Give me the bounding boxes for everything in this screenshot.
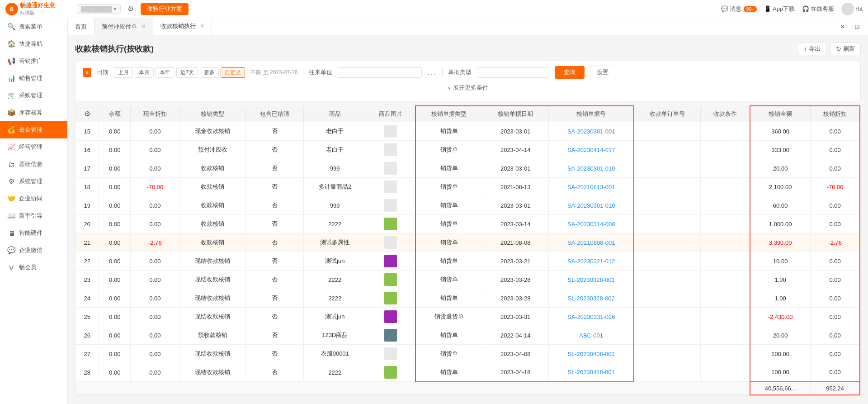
- sidebar-label-finance: 资金管理: [19, 126, 42, 134]
- export-button[interactable]: ↑ 导出: [798, 43, 826, 55]
- app-download-item[interactable]: 📱 App下载: [764, 5, 795, 13]
- table-row: 22 0.00 0.00 现结收款核销 否 测试jun 销货单 2023-03-…: [75, 252, 860, 271]
- sidebar-item-purchase[interactable]: 🛒 采购管理: [0, 87, 67, 104]
- cell-verify-bill-type: 销货单: [415, 233, 482, 252]
- verify-bill-no-link[interactable]: SA-20210808-001: [567, 239, 615, 246]
- table-row: 24 0.00 0.00 现结收款核销 否 2222 销货单 2023-03-2…: [75, 289, 860, 308]
- verify-bill-no-link[interactable]: SL-20230328-001: [568, 276, 615, 283]
- verify-bill-no-link[interactable]: SL-20230328-002: [568, 295, 615, 302]
- expand-conditions-btn[interactable]: ∨ 展开更多条件: [444, 82, 492, 94]
- gear-button[interactable]: ⚙: [124, 3, 137, 15]
- date-btn-this-month[interactable]: 本月: [135, 67, 154, 78]
- logo: 6 畅捷通好生意 标准版: [5, 1, 73, 16]
- online-service-item[interactable]: 🎧 在线客服: [802, 5, 834, 13]
- verify-bill-no-link[interactable]: SL-20230408-001: [568, 351, 615, 357]
- settings-button[interactable]: 设置: [590, 66, 615, 79]
- tab-home[interactable]: 首页: [68, 18, 94, 35]
- cooperation-icon: 🤝: [7, 195, 15, 203]
- sidebar-item-system[interactable]: ⚙ 系统管理: [0, 173, 67, 190]
- tab-verify[interactable]: 收款核销执行 ✕: [153, 18, 212, 35]
- date-btn-custom[interactable]: 自定义: [221, 67, 245, 78]
- verify-bill-no-link[interactable]: SA-20210813-001: [567, 184, 615, 190]
- verify-bill-no-link[interactable]: ABC-001: [579, 332, 603, 339]
- sidebar-item-sales[interactable]: 📊 销售管理: [0, 70, 67, 87]
- tab-close-window-btn[interactable]: ✕: [837, 21, 848, 32]
- sidebar-item-guide[interactable]: 📖 新手引导: [0, 207, 67, 224]
- cell-balance: 0.00: [99, 326, 131, 345]
- cell-include-settled: 否: [246, 252, 304, 271]
- cell-receipt-order-no: [634, 363, 701, 382]
- th-settings[interactable]: ⚙: [75, 106, 99, 122]
- verify-bill-no-link[interactable]: SA-20230321-012: [567, 258, 615, 265]
- app-sub: 标准版: [20, 10, 55, 16]
- tab-maximize-btn[interactable]: ⊡: [852, 21, 863, 32]
- cell-verify-bill-no[interactable]: SL-20230418-001: [549, 363, 634, 382]
- cell-verify-bill-no[interactable]: SA-20210808-001: [549, 233, 634, 252]
- tab-prepaid[interactable]: 预付冲应付单 ✕: [94, 18, 153, 35]
- date-btn-7days[interactable]: 近7天: [176, 67, 198, 78]
- sidebar-item-member[interactable]: V 畅会员: [0, 259, 67, 276]
- sidebar-item-wechat[interactable]: 💬 企业微信: [0, 242, 67, 259]
- filter-divider2: [442, 68, 443, 77]
- date-btn-last-month[interactable]: 上月: [114, 67, 133, 78]
- cell-cash-discount: 0.00: [131, 141, 179, 159]
- cell-receipt-condition: [701, 363, 750, 382]
- sidebar-item-operations[interactable]: 📈 经营管理: [0, 138, 67, 156]
- verify-bill-no-link[interactable]: SA-20230301-001: [567, 128, 615, 135]
- cell-verify-bill-no[interactable]: SA-20230301-010: [549, 196, 634, 215]
- cell-verify-bill-date: 2023-04-14: [482, 141, 549, 159]
- cell-verify-bill-no[interactable]: SA-20230321-012: [549, 252, 634, 271]
- company-selector[interactable]: ████████ ▾: [77, 4, 121, 14]
- sidebar-item-basic-info[interactable]: 🗂 基础信息: [0, 156, 67, 173]
- cell-verify-bill-no[interactable]: SA-20230301-010: [549, 159, 634, 178]
- verify-bill-no-link[interactable]: SA-20230301-010: [567, 202, 615, 209]
- sidebar-item-hardware[interactable]: 🖥 智能硬件: [0, 224, 67, 242]
- cell-verify-bill-no[interactable]: SA-20230414-017: [549, 141, 634, 159]
- cell-receipt-order-no: [634, 141, 701, 159]
- purchase-icon: 🛒: [7, 91, 15, 100]
- sidebar-item-cooperation[interactable]: 🤝 企业协同: [0, 190, 67, 207]
- verify-bill-no-link[interactable]: SL-20230418-001: [568, 369, 615, 375]
- sidebar-item-inventory[interactable]: 📦 库存核算: [0, 104, 67, 121]
- app-name: 畅捷通好生意: [20, 1, 55, 10]
- filter-expand-arrow[interactable]: »: [83, 68, 91, 77]
- query-button[interactable]: 查询: [555, 66, 585, 79]
- main-layout: 🔍 搜索菜单 🏠 快捷导航 📢 营销推广 📊 销售管理 🛒 采购管理 📦 库存核…: [0, 18, 868, 404]
- filter-bill-type-select[interactable]: [477, 67, 549, 78]
- date-btn-this-year[interactable]: 本年: [156, 67, 175, 78]
- cell-goods: 测试多属性: [304, 233, 366, 252]
- verify-bill-no-link[interactable]: SA-20230301-010: [567, 165, 615, 172]
- cell-verify-bill-no[interactable]: SL-20230328-002: [549, 289, 634, 308]
- sidebar-item-finance[interactable]: 💰 资金管理: [0, 121, 67, 138]
- cell-receipt-order-no: [634, 196, 701, 215]
- sidebar: 🔍 搜索菜单 🏠 快捷导航 📢 营销推广 📊 销售管理 🛒 采购管理 📦 库存核…: [0, 18, 68, 404]
- message-item[interactable]: 💬 消息 99+: [721, 5, 757, 13]
- cell-verify-amount: 100.00: [750, 345, 811, 363]
- tab-prepaid-close[interactable]: ✕: [142, 24, 146, 29]
- sidebar-item-marketing[interactable]: 📢 营销推广: [0, 52, 67, 70]
- cell-verify-bill-no[interactable]: SA-20230301-001: [549, 122, 634, 141]
- cell-verify-bill-no[interactable]: ABC-001: [549, 326, 634, 345]
- verify-bill-no-link[interactable]: SA-20230414-017: [567, 147, 615, 153]
- sidebar-item-nav[interactable]: 🏠 快捷导航: [0, 35, 67, 52]
- verify-bill-no-link[interactable]: SA-20230331-026: [567, 314, 615, 320]
- cell-balance: 0.00: [99, 345, 131, 363]
- trial-button[interactable]: 体验行业方案: [141, 3, 189, 15]
- hardware-icon: 🖥: [7, 229, 15, 237]
- cell-verify-bill-no[interactable]: SA-20230331-026: [549, 308, 634, 326]
- user-item[interactable]: Rit: [841, 3, 863, 15]
- cell-verify-bill-no[interactable]: SA-20230314-008: [549, 215, 634, 233]
- total-verify-discount: 952.24: [811, 382, 860, 395]
- cell-balance: 0.00: [99, 289, 131, 308]
- tab-verify-close[interactable]: ✕: [200, 23, 204, 29]
- refresh-button[interactable]: ↻ 刷新: [830, 43, 861, 55]
- cell-verify-bill-no[interactable]: SL-20230328-001: [549, 271, 634, 289]
- cell-verify-bill-no[interactable]: SA-20210813-001: [549, 178, 634, 196]
- filter-source-input[interactable]: [338, 67, 422, 78]
- sidebar-item-search[interactable]: 🔍 搜索菜单: [0, 18, 67, 35]
- cell-receipt-order-no: [634, 159, 701, 178]
- cell-balance: 0.00: [99, 122, 131, 141]
- cell-verify-bill-no[interactable]: SL-20230408-001: [549, 345, 634, 363]
- verify-bill-no-link[interactable]: SA-20230314-008: [567, 221, 615, 228]
- date-btn-more[interactable]: 更多: [200, 67, 219, 78]
